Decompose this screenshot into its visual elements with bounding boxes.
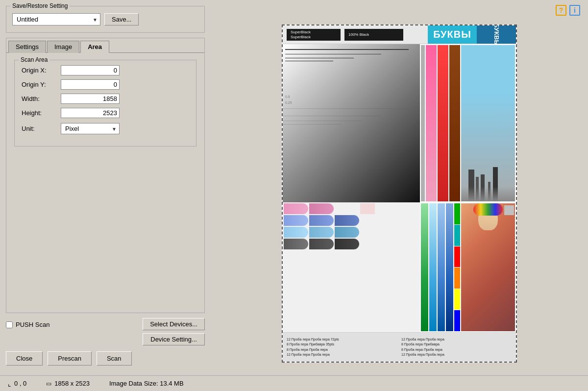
fan-row-4 [284, 239, 419, 249]
fan-row-2 [284, 215, 419, 226]
unit-row: Unit: Pixel mm inch ▼ [22, 123, 189, 134]
superblack-label: SuperBlackSuperBlack [287, 29, 341, 41]
preview-content: SuperBlackSuperBlack 100% Black БУКВЫ БУ… [283, 25, 516, 362]
tab-image[interactable]: Image [47, 41, 79, 53]
100black-label: 100% Black [344, 29, 403, 41]
dimensions-icon: ▭ [46, 380, 51, 387]
bukvyi-label: БУКВЫ [428, 25, 477, 44]
fans-section [283, 202, 420, 332]
photo-top [461, 45, 515, 201]
origin-y-input[interactable] [61, 79, 120, 90]
cyan-gradient-bar [429, 203, 437, 331]
coordinates-item: ⌞ 0 , 0 [8, 380, 26, 388]
unit-dropdown-wrapper[interactable]: Pixel mm inch ▼ [61, 123, 120, 134]
save-restore-group: Save/Restore Setting Untitled ▼ Save... [6, 6, 205, 33]
coordinates-value: 0 , 0 [14, 380, 26, 387]
save-restore-label: Save/Restore Setting [10, 2, 70, 9]
image-data-size-item: Image Data Size: 13.4 MB [109, 380, 184, 387]
height-label: Height: [22, 109, 61, 117]
preview-right-col [420, 44, 516, 332]
prescan-button[interactable]: Prescan [48, 351, 92, 366]
preview-bottom: 12 Пробa пера Проба пера 72pts 8 Пробa п… [283, 332, 516, 362]
unit-dropdown[interactable]: Pixel mm inch [61, 123, 120, 134]
origin-x-label: Origin X: [22, 67, 61, 74]
brown-bar [449, 45, 460, 201]
tab-bar: Settings Image Area [6, 38, 204, 53]
height-row: Height: [22, 108, 189, 118]
origin-x-input[interactable] [61, 65, 120, 75]
preview-body: 0.5 0.25 [283, 44, 516, 332]
close-button[interactable]: Close [6, 351, 43, 366]
darkblue-gradient-bar [446, 203, 453, 331]
preset-dropdown-wrapper[interactable]: Untitled ▼ [12, 13, 100, 25]
settings-tabs-container: Settings Image Area Scan Area Origin X: [6, 38, 205, 313]
color-bars-top [420, 44, 516, 202]
tab-area[interactable]: Area [80, 41, 109, 53]
scan-preview[interactable]: SuperBlackSuperBlack 100% Black БУКВЫ БУ… [282, 24, 517, 363]
save-button[interactable]: Save... [104, 13, 139, 25]
width-row: Width: [22, 94, 189, 104]
svg-text:0.5: 0.5 [285, 95, 290, 98]
height-input[interactable] [61, 108, 120, 118]
preview-top-bar: SuperBlackSuperBlack 100% Black БУКВЫ БУ… [283, 25, 516, 44]
width-input[interactable] [61, 94, 120, 104]
bukvyi-right-label: БУКВЫ [477, 25, 516, 44]
blue-gradient-bar [438, 203, 445, 331]
fan-row-1 [284, 203, 419, 214]
preview-text: 12 Пробa пера Проба пера 72pts 8 Пробa п… [287, 337, 512, 358]
dimensions-item: ▭ 1858 x 2523 [46, 380, 90, 387]
status-bar: ⌞ 0 , 0 ▭ 1858 x 2523 Image Data Size: 1… [0, 375, 588, 391]
tab-settings[interactable]: Settings [8, 41, 46, 53]
scan-button[interactable]: Scan [97, 351, 132, 366]
push-scan-label: PUSH Scan [16, 321, 49, 328]
push-scan-checkbox[interactable] [6, 321, 13, 328]
help-button[interactable]: ? [556, 5, 566, 16]
tab-area-content: Scan Area Origin X: Origin Y: Width: [6, 53, 204, 313]
fan-row-3 [284, 227, 419, 238]
origin-y-row: Origin Y: [22, 79, 189, 90]
info-button[interactable]: i [569, 5, 580, 16]
help-info-area: ? i [556, 5, 580, 16]
scan-area-group: Scan Area Origin X: Origin Y: Width: [14, 60, 196, 147]
coord-icon: ⌞ [8, 380, 11, 388]
preview-bottom-half [420, 202, 516, 332]
select-devices-button[interactable]: Select Devices... [143, 318, 205, 330]
preset-dropdown[interactable]: Untitled [12, 13, 100, 25]
green-gradient-bar [421, 203, 428, 331]
svg-text:0.25: 0.25 [285, 101, 292, 104]
image-data-size-label: Image Data Size: 13.4 MB [109, 380, 184, 387]
bw-gradient: 0.5 0.25 [283, 44, 420, 202]
preview-left-col: 0.5 0.25 [283, 44, 420, 332]
right-panel: ? i SuperBlackSuperBlack 100% Black БУКВ… [211, 0, 588, 375]
measurement-svg: 0.5 0.25 [283, 44, 420, 202]
gray-bar [421, 45, 425, 201]
magenta-bar [426, 45, 437, 201]
unit-label: Unit: [22, 125, 61, 132]
origin-y-label: Origin Y: [22, 81, 61, 88]
left-panel: Save/Restore Setting Untitled ▼ Save... … [0, 0, 211, 375]
origin-x-row: Origin X: [22, 65, 189, 75]
dimensions-value: 1858 x 2523 [54, 380, 90, 387]
scan-area-label: Scan Area [19, 56, 49, 63]
costume-photo [461, 203, 515, 331]
device-setting-button[interactable]: Device Setting... [143, 333, 205, 345]
red-bar [438, 45, 448, 201]
width-label: Width: [22, 95, 61, 102]
